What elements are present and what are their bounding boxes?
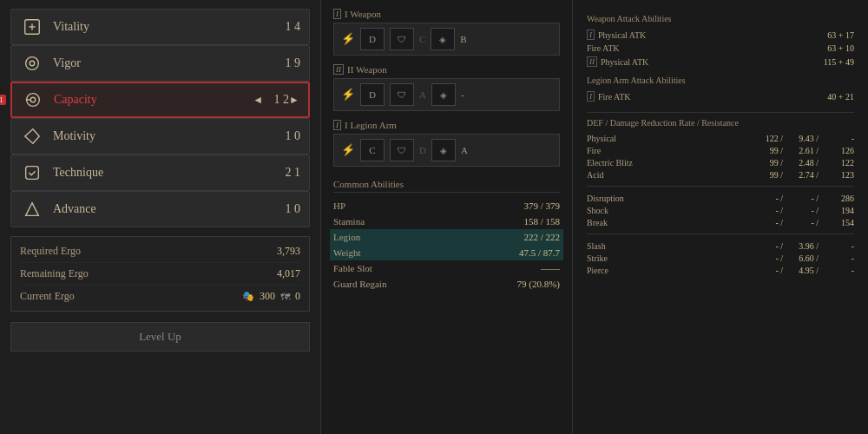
def-val: 123 bbox=[824, 170, 854, 180]
attack-value: 63 + 10 bbox=[827, 43, 854, 53]
slot-shield: 🛡 bbox=[390, 28, 414, 50]
capacity-value: 1 2 bbox=[263, 93, 289, 107]
ability-name: Stamina bbox=[333, 216, 365, 227]
def-val: 122 / bbox=[753, 134, 783, 143]
def-row: Slash- /3.96 /- bbox=[587, 240, 854, 252]
ability-row-stamina: Stamina158 / 158 bbox=[333, 214, 560, 229]
slot-shield3: 🛡 bbox=[390, 139, 414, 161]
def-val: 2.74 / bbox=[788, 170, 819, 180]
capacity-icon bbox=[21, 88, 45, 112]
weapon-ii-section: II II Weapon ⚡ D 🛡 A ◈ - bbox=[333, 64, 560, 111]
attacks-list: I Physical ATK63 + 17 Fire ATK63 + 10II … bbox=[587, 28, 854, 69]
legion-attack-title: Legion Arm Attack Abilities bbox=[587, 76, 854, 85]
ability-name: Fable Slot bbox=[333, 263, 372, 273]
vigor-value: 1 9 bbox=[274, 56, 300, 70]
ability-name: Legion bbox=[333, 232, 360, 242]
stat-row-vitality[interactable]: Vitality1 4 bbox=[10, 9, 310, 45]
advance-value: 1 0 bbox=[274, 202, 300, 216]
def-name: Physical bbox=[587, 134, 753, 143]
slot-c3: C bbox=[360, 139, 385, 161]
def-row: Electric Blitz99 /2.48 /122 bbox=[587, 156, 854, 168]
def-name: Acid bbox=[587, 170, 753, 180]
capacity-arrow-right[interactable]: ► bbox=[289, 94, 299, 107]
def-val: 122 bbox=[824, 158, 854, 168]
remaining-ergo-label: Remaining Ergo bbox=[20, 267, 89, 280]
attack-label: Fire ATK bbox=[587, 43, 827, 53]
current-ergo-label: Current Ergo bbox=[20, 290, 75, 303]
def-values: 99 /2.48 /122 bbox=[753, 158, 854, 168]
technique-value: 2 1 bbox=[274, 166, 300, 180]
common-abilities: Common Abilities HP379 / 379Stamina158 /… bbox=[333, 179, 560, 292]
stat-row-technique[interactable]: Technique2 1 bbox=[10, 155, 310, 191]
advance-label: Advance bbox=[53, 202, 274, 216]
svg-point-3 bbox=[26, 57, 39, 70]
divider3 bbox=[587, 233, 854, 234]
def-val: 99 / bbox=[753, 158, 783, 168]
slot-icon2: ⚡ bbox=[341, 88, 355, 102]
def-row: Break- /- /154 bbox=[587, 216, 854, 228]
ability-value: 222 / 222 bbox=[523, 232, 560, 242]
def-name: Slash bbox=[587, 241, 753, 251]
def-values: 122 /9.43 /- bbox=[753, 134, 854, 143]
stat-row-motivity[interactable]: Motivity1 0 bbox=[10, 118, 310, 155]
ability-value: —— bbox=[541, 263, 560, 273]
legion-attack-value: 40 + 21 bbox=[827, 92, 854, 102]
middle-panel: I I Weapon ⚡ D 🛡 C ◈ B II II Weapon ⚡ D … bbox=[321, 0, 573, 434]
def-row: Shock- /- /194 bbox=[587, 204, 854, 216]
def-val: 286 bbox=[824, 194, 854, 203]
def-val: - / bbox=[788, 194, 819, 203]
svg-rect-9 bbox=[26, 167, 39, 180]
def-row: Disruption- /- /286 bbox=[587, 192, 854, 204]
slot-gem3: ◈ bbox=[431, 139, 456, 161]
stats-list: Vitality1 4Vigor1 91Capacity◄1 2►Motivit… bbox=[10, 9, 310, 227]
current-ergo-val2: 0 bbox=[295, 290, 300, 303]
stat-row-vigor[interactable]: Vigor1 9 bbox=[10, 45, 310, 82]
legion-arm-label: I I Legion Arm bbox=[333, 120, 560, 130]
def-val: - / bbox=[753, 206, 783, 215]
technique-icon bbox=[20, 161, 44, 185]
def-val: 2.61 / bbox=[788, 146, 819, 155]
ability-row-fable-slot: Fable Slot—— bbox=[333, 260, 560, 276]
ability-value: 47.5 / 87.7 bbox=[519, 247, 560, 258]
ability-row-legion: Legion222 / 222 bbox=[330, 229, 563, 245]
def-values: 99 /2.61 /126 bbox=[753, 146, 854, 155]
def-table2: Disruption- /- /286Shock- /- /194Break- … bbox=[587, 192, 854, 228]
capacity-arrow-left[interactable]: ◄ bbox=[253, 94, 263, 107]
weapon-i-slots: ⚡ D 🛡 C ◈ B bbox=[333, 23, 560, 56]
def-section: DEF / Damage Reduction Rate / Resistance… bbox=[587, 112, 854, 276]
def-name: Disruption bbox=[587, 194, 753, 203]
required-ergo-value: 3,793 bbox=[277, 245, 300, 258]
def-row: Fire99 /2.61 /126 bbox=[587, 144, 854, 156]
def-val: 4.95 / bbox=[788, 266, 819, 275]
slot-shield2: 🛡 bbox=[390, 83, 414, 106]
weapon-i-label: I I Weapon bbox=[333, 9, 560, 19]
technique-label: Technique bbox=[53, 166, 274, 180]
ability-name: HP bbox=[333, 201, 345, 211]
def-name: Break bbox=[587, 218, 753, 227]
def-values: 99 /2.74 /123 bbox=[753, 170, 854, 180]
roman-numeral: I bbox=[587, 30, 595, 40]
def-val: 154 bbox=[824, 218, 854, 227]
def-val: 3.96 / bbox=[788, 241, 819, 251]
vitality-value: 1 4 bbox=[274, 20, 300, 34]
weapon-ii-label: II II Weapon bbox=[333, 64, 560, 75]
legion-arm-slots: ⚡ C 🛡 D ◈ A bbox=[333, 134, 560, 167]
def-values: - /3.96 /- bbox=[753, 241, 854, 251]
def-values: - /4.95 /- bbox=[753, 266, 854, 275]
def-val: 2.48 / bbox=[788, 158, 819, 168]
common-abilities-title: Common Abilities bbox=[333, 179, 560, 193]
slot-icon: ⚡ bbox=[341, 32, 355, 46]
vitality-icon bbox=[20, 15, 44, 39]
attack-value: 63 + 17 bbox=[827, 30, 854, 40]
slot-d2: D bbox=[360, 83, 385, 106]
svg-point-4 bbox=[30, 61, 35, 66]
stat-row-advance[interactable]: Advance1 0 bbox=[10, 191, 310, 227]
level-up-button[interactable]: Level Up bbox=[10, 322, 310, 352]
motivity-icon bbox=[20, 124, 44, 148]
def-name: Shock bbox=[587, 206, 753, 215]
def-name: Pierce bbox=[587, 266, 753, 275]
stat-row-capacity[interactable]: 1Capacity◄1 2► bbox=[10, 82, 310, 118]
weapon-ii-slots: ⚡ D 🛡 A ◈ - bbox=[333, 78, 560, 111]
def-row: Pierce- /4.95 /- bbox=[587, 264, 854, 276]
weapon-ii-roman: II bbox=[333, 64, 344, 75]
